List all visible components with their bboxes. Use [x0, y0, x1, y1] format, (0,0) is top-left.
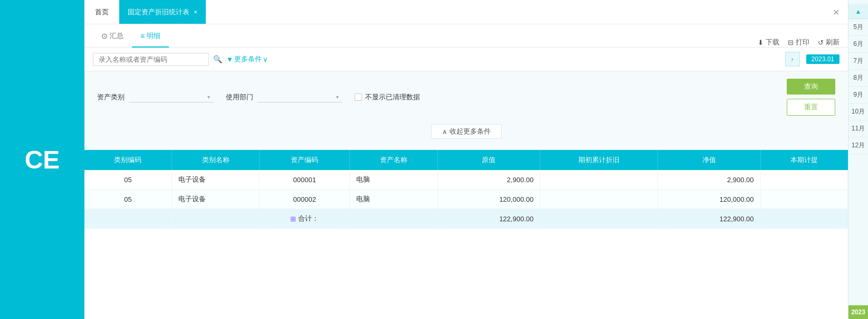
- more-conditions-button[interactable]: ▼ 更多条件 ∨: [226, 54, 268, 64]
- tab-summary-label: 汇总: [110, 31, 123, 41]
- cell-category-name: 电子设备: [171, 190, 259, 209]
- nav-tab-label: 固定资产折旧统计表: [128, 7, 189, 17]
- col-category-name: 类别名称: [171, 150, 259, 170]
- sidebar-scroll-up[interactable]: ▲: [848, 4, 868, 19]
- sub-tabs-bar: ⊙ 汇总 ≡ 明细 ⬇ 下载 ⊟ 打印 ↺ 刷新: [84, 24, 848, 48]
- tab-summary[interactable]: ⊙ 汇总: [93, 25, 132, 48]
- refresh-button[interactable]: ↺ 刷新: [818, 37, 840, 47]
- cell-net-value: 120,000.00: [657, 190, 760, 209]
- total-cell-empty1: [84, 209, 171, 229]
- cell-net-value: 2,900.00: [657, 170, 760, 190]
- month-item[interactable]: 7月: [848, 53, 868, 70]
- cell-current-depreciation: [760, 170, 847, 190]
- cell-category-name: 电子设备: [171, 170, 259, 190]
- total-label-cell: ⊞ 合计：: [260, 209, 350, 229]
- hide-cleared-checkbox[interactable]: [355, 93, 362, 101]
- col-current-depreciation: 本期计提: [760, 150, 847, 170]
- month-item[interactable]: 11月: [848, 120, 868, 137]
- collapse-btn-area: ∧ 收起更多条件: [97, 121, 835, 145]
- refresh-icon: ↺: [818, 39, 824, 46]
- detail-icon: ≡: [140, 32, 145, 40]
- cell-category-code: 05: [84, 170, 171, 190]
- col-net-value: 净值: [657, 150, 760, 170]
- month-item[interactable]: 10月: [848, 104, 868, 120]
- collapse-label: 收起更多条件: [450, 127, 491, 136]
- table-wrap: 类别编码 类别名称 资产编码 资产名称 原值 期初累计折旧 净值 本期计提 05…: [84, 150, 848, 319]
- download-label: 下载: [766, 37, 779, 47]
- table-header-row: 类别编码 类别名称 资产编码 资产名称 原值 期初累计折旧 净值 本期计提: [84, 150, 848, 170]
- download-icon: ⬇: [758, 39, 764, 46]
- total-label-text: 合计：: [298, 214, 319, 223]
- total-cell-empty3: [350, 209, 437, 229]
- download-button[interactable]: ⬇ 下载: [758, 37, 779, 47]
- cell-accumulated-depreciation: [540, 170, 658, 190]
- close-window-button[interactable]: ✕: [833, 7, 840, 17]
- tab-detail-label: 明细: [147, 31, 160, 41]
- month-item[interactable]: 6月: [848, 36, 868, 53]
- collapse-button[interactable]: ∧ 收起更多条件: [431, 124, 502, 139]
- refresh-label: 刷新: [826, 37, 840, 47]
- filter-field-department: 使用部门: [226, 92, 342, 102]
- filter-bar: 🔍 ▼ 更多条件 ∨ › 2023.01: [84, 48, 848, 71]
- col-category-code: 类别编码: [84, 150, 171, 170]
- reset-button[interactable]: 重置: [787, 99, 835, 116]
- month-list: 5月6月7月8月9月10月11月12月: [848, 19, 868, 154]
- logo-area: CE: [0, 0, 84, 319]
- total-cell-empty2: [171, 209, 259, 229]
- query-button[interactable]: 查询: [787, 79, 835, 95]
- month-item[interactable]: 9月: [848, 87, 868, 104]
- total-net-value: 122,900.00: [657, 209, 760, 229]
- search-icon[interactable]: 🔍: [213, 55, 222, 63]
- table-row: 05 电子设备 000002 电脑 120,000.00 120,000.00: [84, 190, 848, 209]
- total-original-value: 122,900.00: [437, 209, 540, 229]
- search-input[interactable]: [93, 53, 209, 66]
- cell-category-code: 05: [84, 190, 171, 209]
- year-badge: 2023: [848, 305, 868, 319]
- filter-actions: 查询 重置: [787, 79, 835, 116]
- asset-category-select-wrap: [129, 92, 213, 102]
- col-asset-code: 资产编码: [260, 150, 350, 170]
- advanced-filter: 资产类别 使用部门 不显示已清理数据: [84, 71, 848, 150]
- use-department-select[interactable]: [257, 92, 342, 102]
- print-label: 打印: [796, 37, 809, 47]
- assets-table: 类别编码 类别名称 资产编码 资产名称 原值 期初累计折旧 净值 本期计提 05…: [84, 150, 848, 229]
- cell-current-depreciation: [760, 190, 847, 209]
- table-row: 05 电子设备 000001 电脑 2,900.00 2,900.00: [84, 170, 848, 190]
- tab-detail[interactable]: ≡ 明细: [132, 25, 169, 48]
- logo-text: CE: [25, 145, 60, 174]
- hide-cleared-label: 不显示已清理数据: [365, 92, 420, 102]
- print-button[interactable]: ⊟ 打印: [788, 37, 809, 47]
- chevron-down-icon: ∨: [263, 55, 268, 63]
- main-content: 首页 固定资产折旧统计表 × ✕ ⊙ 汇总 ≡ 明细 ⬇ 下载 ⊟ 打印 ↺: [84, 0, 848, 319]
- filter-row-1: 资产类别 使用部门 不显示已清理数据: [97, 79, 835, 116]
- col-asset-name: 资产名称: [350, 150, 437, 170]
- month-item[interactable]: 12月: [848, 137, 868, 154]
- filter-arrow-button[interactable]: ›: [785, 52, 800, 67]
- filter-field-category: 资产类别: [97, 92, 213, 102]
- col-accumulated-depreciation: 期初累计折旧: [540, 150, 658, 170]
- chevron-up-icon: ∧: [442, 128, 447, 136]
- asset-category-select[interactable]: [129, 92, 213, 102]
- print-icon: ⊟: [788, 39, 794, 46]
- right-sidebar: ▲ 5月6月7月8月9月10月11月12月 2023: [848, 0, 868, 319]
- nav-tab-active[interactable]: 固定资产折旧统计表 ×: [119, 0, 206, 24]
- use-department-label: 使用部门: [226, 92, 253, 102]
- month-item[interactable]: 8月: [848, 70, 868, 87]
- total-row: ⊞ 合计： 122,900.00 122,900.00: [84, 209, 848, 229]
- nav-home[interactable]: 首页: [84, 0, 119, 24]
- col-original-value: 原值: [437, 150, 540, 170]
- toolbar-right: ⬇ 下载 ⊟ 打印 ↺ 刷新: [758, 37, 840, 47]
- date-chip: 2023.01: [806, 54, 840, 64]
- use-department-select-wrap: [257, 92, 342, 102]
- cell-original-value: 120,000.00: [437, 190, 540, 209]
- cell-accumulated-depreciation: [540, 190, 658, 209]
- month-item[interactable]: 5月: [848, 19, 868, 36]
- asset-category-label: 资产类别: [97, 92, 125, 102]
- cell-asset-code: 000001: [260, 170, 350, 190]
- cell-asset-name: 电脑: [350, 170, 437, 190]
- close-tab-button[interactable]: ×: [194, 8, 197, 16]
- total-current-depreciation: [760, 209, 847, 229]
- total-accumulated-depreciation: [540, 209, 658, 229]
- cell-asset-code: 000002: [260, 190, 350, 209]
- top-nav: 首页 固定资产折旧统计表 × ✕: [84, 0, 848, 24]
